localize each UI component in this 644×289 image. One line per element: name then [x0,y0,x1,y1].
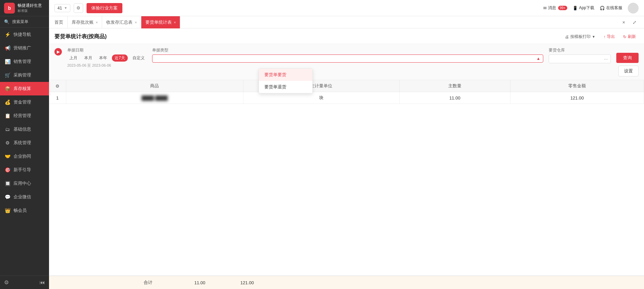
warehouse-filter-label: 要货仓库 [549,47,611,53]
cell-product: ████ ████ [66,92,243,104]
chevron-up-icon[interactable]: ▲ [536,56,540,61]
download-icon: 📱 [573,6,578,10]
table-row: 1 ████ ████ 块 11.00 121.00 [49,92,644,104]
date-range-text: 2023-05-06 至 2023-06-06 [67,63,147,68]
chevron-down-icon: ▼ [592,35,595,39]
online-service-item[interactable]: 🎧 在线客服 [600,5,622,11]
warehouse-input-wrapper[interactable]: ··· [549,54,611,63]
sidebar: b 畅捷通好生意 标准版 🔍 搜索菜单 ⚡ 快捷导航 📢 营销推广 📊 销售管理… [0,0,49,289]
sidebar-item-system[interactable]: ⚙ 系统管理 [0,136,49,150]
close-all-btn[interactable]: × [620,18,628,26]
store-selector[interactable]: 41 ▼ [54,4,70,12]
col-settings[interactable]: ⚙ [49,80,66,92]
purchase-icon: 🛒 [4,72,11,79]
refresh-btn[interactable]: ↻ 刷新 [620,32,639,41]
footer-amount: 121.00 [234,280,261,285]
topbar-right: ✉ 消息 99+ 📱 App下载 🎧 在线客服 [543,3,639,14]
appstore-icon: 🔲 [4,180,11,187]
dots-icon[interactable]: ··· [604,56,608,62]
print-icon: 🖨 [565,35,569,39]
type-filter-input-wrapper[interactable]: ▲ [152,54,544,63]
sidebar-item-finance[interactable]: 💰 资金管理 [0,95,49,109]
query-button[interactable]: 查询 [616,53,639,63]
messages-item[interactable]: ✉ 消息 99+ [543,5,567,11]
date-this-month[interactable]: 本月 [82,54,94,62]
filter-actions: 查询 设置 [616,53,639,76]
sidebar-item-marketing[interactable]: 📢 营销推广 [0,41,49,55]
guide-icon: 🎯 [4,166,11,173]
chevron-down-icon: ▼ [64,6,67,10]
filter-expand-btn[interactable]: ▶ [54,48,62,55]
dropdown-item-order-return[interactable]: 要货单退货 [259,81,312,93]
warehouse-input[interactable] [552,57,602,61]
sidebar-item-inventory[interactable]: 📦 库存核算 [0,82,49,95]
tab-home[interactable]: 首页 [54,16,68,28]
footer-quantity: 11.00 [186,280,213,285]
settings-icon[interactable]: ⚙ [4,279,9,286]
type-filter-group: 单据类型 ▲ [152,47,544,63]
sidebar-item-appstore[interactable]: 🔲 应用中心 [0,177,49,190]
maximize-btn[interactable]: ⤢ [630,18,639,26]
quick-icon: ⚡ [4,31,11,38]
tab-inventory-batch-close[interactable]: × [96,20,98,24]
sidebar-item-operation[interactable]: 📋 经营管理 [0,109,49,123]
table-footer: 合计 11.00 121.00 [49,275,644,289]
date-filter-group: 单据日期 上月 本月 本年 近7天 自定义 2023-05-06 至 2023-… [67,47,147,68]
cell-index: 1 [49,92,66,104]
page-content: 要货单统计表(按商品) 🖨 按模板打印 ▼ ↑ 导出 ↻ 刷新 ▶ [49,28,644,289]
enterprise-icon: 🤝 [4,153,11,160]
col-quantity: 主数量 [399,80,510,92]
service-icon: 🎧 [600,6,605,10]
sidebar-footer: ⚙ ⏮ [0,275,49,289]
sidebar-item-vip[interactable]: 👑 畅会员 [0,204,49,217]
date-custom[interactable]: 自定义 [130,54,147,62]
system-icon: ⚙ [4,139,11,146]
warehouse-filter-group: 要货仓库 ··· [549,47,611,63]
page-actions: 🖨 按模板打印 ▼ ↑ 导出 ↻ 刷新 [562,32,639,41]
date-recent[interactable]: 近7天 [112,54,128,62]
collapse-icon[interactable]: ⏮ [40,280,45,286]
sidebar-item-guide[interactable]: 🎯 新手引导 [0,163,49,177]
tab-order-stats[interactable]: 要货单统计表 × [141,16,180,28]
sidebar-item-purchase[interactable]: 🛒 采购管理 [0,68,49,82]
export-icon: ↑ [603,35,605,39]
sidebar-item-quick[interactable]: ⚡ 快捷导航 [0,28,49,41]
tab-inventory-batch[interactable]: 库存批次账 × [68,16,102,28]
filter-bar: ▶ 单据日期 上月 本月 本年 近7天 自定义 2023-05-06 至 202… [49,44,644,80]
search-menu[interactable]: 🔍 搜索菜单 [0,16,49,28]
sidebar-item-sales[interactable]: 📊 销售管理 [0,55,49,68]
col-product: 商品 [66,80,243,92]
marketing-icon: 📢 [4,45,11,51]
topbar: 41 ▼ ⚙ 体验行业方案 ✉ 消息 99+ 📱 App下载 🎧 在线客服 [49,0,644,16]
date-options: 上月 本月 本年 近7天 自定义 [67,54,147,62]
settings-button[interactable]: 设置 [618,66,639,76]
date-last-month[interactable]: 上月 [67,54,79,62]
search-icon: 🔍 [4,19,9,24]
message-icon: ✉ [543,6,547,10]
sidebar-item-enterprise[interactable]: 🤝 企业协同 [0,150,49,163]
tab-receivable-summary[interactable]: 收发存汇总表 × [102,16,141,28]
app-download-item[interactable]: 📱 App下载 [573,5,594,11]
tab-order-stats-close[interactable]: × [174,20,176,24]
app-title: 畅捷通好生意 标准版 [18,3,42,13]
col-amount: 零售金额 [510,80,644,92]
date-this-year[interactable]: 本年 [97,54,109,62]
export-btn[interactable]: ↑ 导出 [601,32,618,41]
gear-icon: ⚙ [76,5,80,10]
print-btn[interactable]: 🖨 按模板打印 ▼ [562,32,598,41]
gear-button[interactable]: ⚙ [74,3,83,13]
type-filter-input[interactable] [155,56,536,61]
tabs-bar: 首页 库存批次账 × 收发存汇总表 × 要货单统计表 × × ⤢ [49,16,644,28]
inventory-icon: 📦 [4,85,11,92]
data-table: ⚙ 商品 主计量单位 主数量 零售金额 1 ████ ████ 块 11 [49,80,644,104]
sidebar-item-wechat[interactable]: 💬 企业微信 [0,190,49,204]
user-avatar[interactable] [628,3,639,14]
trial-button[interactable]: 体验行业方案 [87,3,122,13]
sidebar-item-basic[interactable]: 🗂 基础信息 [0,123,49,136]
dropdown-item-order-goods[interactable]: 要货单要货 [259,69,312,81]
main-area: 41 ▼ ⚙ 体验行业方案 ✉ 消息 99+ 📱 App下载 🎧 在线客服 [49,0,644,289]
messages-badge: 99+ [558,6,567,10]
date-filter-label: 单据日期 [67,47,147,53]
tab-receivable-summary-close[interactable]: × [135,20,137,24]
app-logo: b [4,3,15,14]
